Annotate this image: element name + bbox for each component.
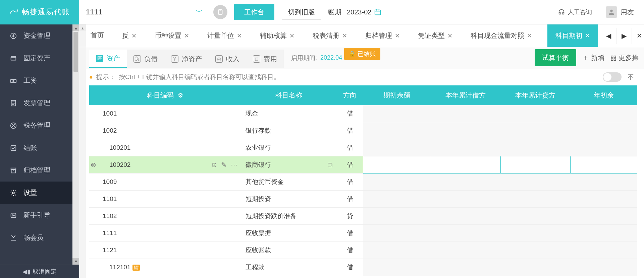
cell-opening[interactable] xyxy=(363,225,431,242)
sidebar-scrollbar[interactable] xyxy=(72,31,79,258)
close-icon[interactable]: ✕ xyxy=(395,32,400,40)
close-icon[interactable]: ✕ xyxy=(289,32,294,40)
cell-opening[interactable] xyxy=(363,191,431,208)
tab[interactable]: 税表清册✕ xyxy=(310,24,350,47)
cell-opening[interactable] xyxy=(363,122,431,139)
workbench-button[interactable]: 工作台 xyxy=(234,4,274,20)
unpin-button[interactable]: ◀▮ 取消固定 xyxy=(0,265,79,278)
close-icon[interactable]: ✕ xyxy=(342,32,347,40)
tab[interactable]: 币种设置✕ xyxy=(152,24,192,47)
cell-debit[interactable] xyxy=(431,139,500,156)
close-icon[interactable]: ✕ xyxy=(131,32,137,40)
cell-year-begin[interactable] xyxy=(571,105,637,122)
table-row[interactable]: 1111应收票据借 xyxy=(89,225,637,242)
cell-credit[interactable] xyxy=(500,225,570,242)
cell-year-begin[interactable] xyxy=(571,122,637,139)
table-row[interactable]: 100201农业银行借 xyxy=(89,139,637,156)
cell-credit[interactable] xyxy=(500,191,570,208)
tab[interactable]: 辅助核算✕ xyxy=(257,24,297,47)
cell-year-begin[interactable] xyxy=(571,242,637,259)
tabs-close-all-button[interactable]: ✕ xyxy=(632,28,644,44)
cell-year-begin[interactable] xyxy=(571,259,637,276)
old-version-button[interactable]: 切到旧版 xyxy=(282,5,321,19)
close-icon[interactable]: ✕ xyxy=(447,32,452,40)
sidebar-item-member[interactable]: 畅会员 xyxy=(0,226,79,249)
table-row[interactable]: 1002银行存款借 xyxy=(89,122,637,139)
cell-debit[interactable] xyxy=(431,208,500,225)
cell-year-begin[interactable] xyxy=(571,225,637,242)
subtab[interactable]: ◎收入 xyxy=(209,50,246,68)
consult-link[interactable]: 人工咨询 xyxy=(558,8,592,16)
cell-debit[interactable] xyxy=(431,191,500,208)
tab[interactable]: 科目期初✕ xyxy=(547,24,598,47)
cell-year-begin[interactable] xyxy=(571,191,637,208)
toggle-switch[interactable] xyxy=(603,72,622,82)
close-icon[interactable]: ✕ xyxy=(527,32,532,40)
copy-icon[interactable]: ⧉ xyxy=(328,161,332,169)
cell-debit[interactable] xyxy=(431,122,500,139)
sidebar-item-asset[interactable]: 固定资产 xyxy=(0,47,79,69)
table-row[interactable]: 1101短期投资借 xyxy=(89,191,637,208)
more-row-icon[interactable]: ⋯ xyxy=(231,161,237,169)
cell-debit[interactable] xyxy=(431,105,500,122)
table-row[interactable]: 112101辅工程款借 xyxy=(89,259,637,276)
sidebar-item-money[interactable]: 资金管理 xyxy=(0,24,79,47)
cell-opening[interactable] xyxy=(363,105,431,122)
trial-balance-button[interactable]: 试算平衡 xyxy=(535,49,576,66)
delete-row-icon[interactable]: ⊗ xyxy=(91,161,96,169)
cell-opening[interactable] xyxy=(363,156,431,173)
sidebar-scroll-down[interactable]: ▾ xyxy=(72,258,79,265)
cell-debit[interactable] xyxy=(431,156,500,173)
org-selector[interactable]: 1111 ﹀ xyxy=(79,0,210,24)
cell-opening[interactable] xyxy=(363,259,431,276)
subtab[interactable]: 医资产 xyxy=(89,50,127,68)
table-row[interactable]: 1001现金借 xyxy=(89,105,637,122)
table-row[interactable]: 1121应收账款借 xyxy=(89,242,637,259)
cell-year-begin[interactable] xyxy=(571,208,637,225)
add-row-icon[interactable]: ⊕ xyxy=(211,161,217,169)
cell-credit[interactable] xyxy=(500,122,570,139)
cell-credit[interactable] xyxy=(500,259,570,276)
close-icon[interactable]: ✕ xyxy=(585,32,590,40)
cell-debit[interactable] xyxy=(431,259,500,276)
tab[interactable]: 反✕ xyxy=(119,24,139,47)
edit-row-icon[interactable]: ✎ xyxy=(221,161,227,169)
subtab[interactable]: 负负债 xyxy=(127,50,164,68)
close-icon[interactable]: ✕ xyxy=(237,32,242,40)
cell-credit[interactable] xyxy=(500,173,570,191)
cell-opening[interactable] xyxy=(363,139,431,156)
gear-icon[interactable]: ⚙ xyxy=(178,92,183,99)
cell-credit[interactable] xyxy=(500,105,570,122)
cell-credit[interactable] xyxy=(500,208,570,225)
sidebar-item-salary[interactable]: 工资 xyxy=(0,69,79,92)
tab[interactable]: 首页 xyxy=(88,24,107,47)
cell-year-begin[interactable] xyxy=(571,156,637,173)
cell-debit[interactable] xyxy=(431,242,500,259)
sidebar-item-guide[interactable]: 新手引导 xyxy=(0,204,79,226)
close-icon[interactable]: ✕ xyxy=(184,32,189,40)
table-row[interactable]: 1102短期投资跌价准备贷 xyxy=(89,208,637,225)
tabs-next-button[interactable]: ▶ xyxy=(616,28,632,44)
tab[interactable]: 计量单位✕ xyxy=(205,24,245,47)
cell-year-begin[interactable] xyxy=(571,173,637,191)
cell-year-begin[interactable] xyxy=(571,139,637,156)
table-row[interactable]: 1009其他货币资金借 xyxy=(89,173,637,191)
content-scrollbar[interactable] xyxy=(79,31,86,278)
sidebar-scroll-up[interactable]: ▴ xyxy=(72,24,79,31)
sidebar-item-tax[interactable]: 税务管理 xyxy=(0,114,79,137)
cell-opening[interactable] xyxy=(363,173,431,191)
sidebar-item-invoice[interactable]: 发票管理 xyxy=(0,92,79,114)
cell-credit[interactable] xyxy=(500,242,570,259)
sidebar-item-archive[interactable]: 归档管理 xyxy=(0,159,79,182)
sidebar-item-settings[interactable]: 设置 xyxy=(0,182,79,204)
cell-credit[interactable] xyxy=(500,156,570,173)
more-actions-button[interactable]: 更多操 xyxy=(610,53,639,62)
cell-opening[interactable] xyxy=(363,208,431,225)
tab[interactable]: 科目现金流量对照✕ xyxy=(468,24,535,47)
subtab[interactable]: ¥净资产 xyxy=(164,50,209,68)
cell-credit[interactable] xyxy=(500,139,570,156)
tabs-prev-button[interactable]: ◀ xyxy=(601,28,616,44)
cell-opening[interactable] xyxy=(363,242,431,259)
sidebar-item-close[interactable]: 结账 xyxy=(0,137,79,159)
clipboard-button[interactable] xyxy=(213,5,227,19)
